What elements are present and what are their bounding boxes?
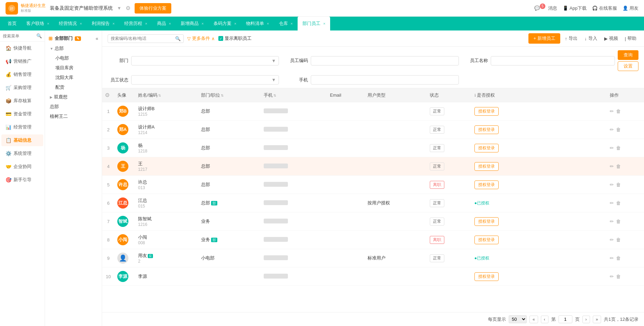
close-icon[interactable]: × (234, 21, 236, 26)
delete-icon[interactable]: 🗑 (616, 255, 621, 261)
edit-icon[interactable]: ✏ (610, 182, 614, 187)
close-icon[interactable]: × (201, 21, 203, 26)
edit-icon[interactable]: ✏ (610, 164, 614, 169)
search-icon[interactable]: 🔍 (175, 36, 181, 41)
sidebar-item-operation[interactable]: 📊 经营管理 (1, 121, 43, 133)
sidebar-item-system[interactable]: ⚙️ 系统管理 (1, 148, 43, 159)
sidebar-item-purchase[interactable]: 🛒 采购管理 (1, 82, 43, 94)
tab-history[interactable]: 经营历程 × (119, 17, 152, 30)
prev-page-btn[interactable]: ‹ (541, 316, 548, 323)
col-phone[interactable]: 手机⇅ (261, 88, 327, 102)
close-icon[interactable]: × (47, 21, 49, 26)
system-name-arrow[interactable]: ▼ (117, 6, 121, 11)
edit-icon[interactable]: ✏ (610, 274, 614, 279)
reset-button[interactable]: 设置 (618, 61, 638, 71)
delete-icon[interactable]: 🗑 (616, 182, 621, 187)
dept-node-xiaodibu[interactable]: 小电部 (52, 53, 102, 63)
edit-icon[interactable]: ✏ (610, 237, 614, 243)
sidebar-item-quicknav[interactable]: 🏠 快捷导航 (1, 42, 43, 54)
tab-home[interactable]: 首页 (3, 17, 21, 30)
next-page-btn[interactable]: › (582, 316, 590, 323)
import-button[interactable]: ↓ 导入 (582, 34, 599, 43)
show-resigned-toggle[interactable]: ✓ 显示离职员工 (218, 35, 252, 42)
first-page-btn[interactable]: « (529, 316, 538, 323)
close-icon[interactable]: × (145, 21, 147, 26)
delete-icon[interactable]: 🗑 (616, 127, 621, 132)
sidebar-item-marketing[interactable]: 📢 营销推广 (1, 55, 43, 67)
tab-barcode[interactable]: 条码方案 × (209, 17, 241, 30)
dept-node-delivery[interactable]: 配货 (52, 82, 102, 92)
dept-node-zongbu[interactable]: 总部 (45, 102, 102, 112)
close-icon[interactable]: × (267, 21, 269, 26)
edit-icon[interactable]: ✏ (610, 145, 614, 151)
settings-icon[interactable]: ⚙ (105, 92, 110, 98)
tab-operation[interactable]: 经营情况 × (54, 17, 87, 30)
auth-login-btn[interactable]: 授权登录 (474, 180, 499, 189)
auth-login-btn[interactable]: 授权登录 (474, 162, 499, 171)
collapse-btn[interactable]: « (96, 36, 98, 41)
trial-button[interactable]: 体验行业方案 (135, 3, 171, 14)
search-input[interactable] (111, 36, 173, 41)
edit-icon[interactable]: ✏ (610, 255, 614, 261)
query-button[interactable]: 查询 (618, 50, 638, 60)
message-btn[interactable]: 💬 5 消息 (534, 5, 557, 11)
auth-login-btn[interactable]: 授权登录 (474, 217, 499, 226)
auth-login-btn[interactable]: 授权登录 (474, 272, 499, 281)
app-download-btn[interactable]: 📱 App下载 (563, 5, 587, 11)
phone-filter-input[interactable] (311, 75, 459, 85)
close-icon[interactable]: × (169, 21, 171, 26)
close-icon[interactable]: × (80, 21, 82, 26)
sidebar-search-input[interactable] (3, 34, 36, 38)
edit-icon[interactable]: ✏ (610, 200, 614, 206)
sidebar-item-collab[interactable]: 🤝 企业协同 (1, 161, 43, 173)
delete-icon[interactable]: 🗑 (616, 164, 621, 169)
delete-icon[interactable]: 🗑 (616, 145, 621, 151)
auth-login-btn[interactable]: 授权登录 (474, 125, 499, 134)
tab-new-goods[interactable]: 新增商品 × (176, 17, 208, 30)
sidebar-item-finance[interactable]: 💳 资金管理 (1, 108, 43, 120)
online-service-btn[interactable]: 🎧 在线客服 (592, 5, 617, 11)
tab-customer[interactable]: 客户联络 × (21, 17, 54, 30)
dept-edit-icon[interactable]: ✎ (75, 36, 81, 41)
sidebar-item-inventory[interactable]: 📦 库存核算 (1, 95, 43, 107)
dept-node-shenyang[interactable]: 沈阳大库 (52, 73, 102, 82)
last-page-btn[interactable]: » (593, 316, 601, 323)
view-button[interactable]: ▶ 视频 (602, 34, 620, 43)
emp-name-input[interactable] (491, 56, 615, 65)
auth-login-btn[interactable]: 授权登录 (474, 107, 499, 116)
edit-icon[interactable]: ✏ (610, 108, 614, 114)
auth-login-btn[interactable]: 授权登录 (474, 236, 499, 244)
user-btn[interactable]: 👤 用友 (623, 5, 638, 11)
all-dept-label[interactable]: 全部部门 (55, 35, 73, 42)
sidebar-item-basic[interactable]: 📋 基础信息 (1, 134, 43, 146)
auth-login-btn[interactable]: 授权登录 (474, 144, 499, 152)
edit-icon[interactable]: ✏ (610, 127, 614, 132)
col-dept[interactable]: 部门/职位⇅ (198, 88, 261, 102)
tab-profit[interactable]: 利润报告 × (87, 17, 119, 30)
tab-goods[interactable]: 商品 × (152, 17, 176, 30)
tab-bom[interactable]: 物料清单 × (241, 17, 274, 30)
dept-node-shuanglu[interactable]: ▶ 双鹿想 (45, 92, 102, 102)
delete-icon[interactable]: 🗑 (616, 108, 621, 114)
help-button[interactable]: | 帮助 (623, 34, 638, 43)
export-button[interactable]: ↑ 导出 (563, 34, 580, 43)
delete-icon[interactable]: 🗑 (616, 274, 621, 279)
tab-warehouse[interactable]: 仓库 × (274, 17, 298, 30)
dept-node-general[interactable]: ▼ 总部 (45, 44, 102, 53)
delete-icon[interactable]: 🗑 (616, 200, 621, 206)
settings-icon[interactable]: ⚙ (126, 5, 130, 11)
page-input[interactable] (559, 315, 572, 323)
sidebar-item-sales[interactable]: 💰 销售管理 (1, 69, 43, 80)
status-filter-select[interactable]: ▼ (131, 75, 279, 85)
edit-icon[interactable]: ✏ (610, 219, 614, 224)
sidebar-item-guide[interactable]: 🎯 新手引导 (1, 174, 43, 186)
col-settings[interactable]: ⚙ (102, 88, 115, 102)
close-icon[interactable]: × (291, 21, 293, 26)
emp-code-input[interactable] (311, 56, 459, 65)
dept-node-zhishu[interactable]: 植树王二 (45, 112, 102, 121)
close-icon[interactable]: × (323, 21, 325, 26)
delete-icon[interactable]: 🗑 (616, 219, 621, 224)
tab-dept-staff[interactable]: 部门员工 × (298, 17, 330, 30)
per-page-select[interactable]: 50 100 (509, 315, 527, 323)
add-employee-button[interactable]: + 新增员工 (528, 33, 560, 44)
